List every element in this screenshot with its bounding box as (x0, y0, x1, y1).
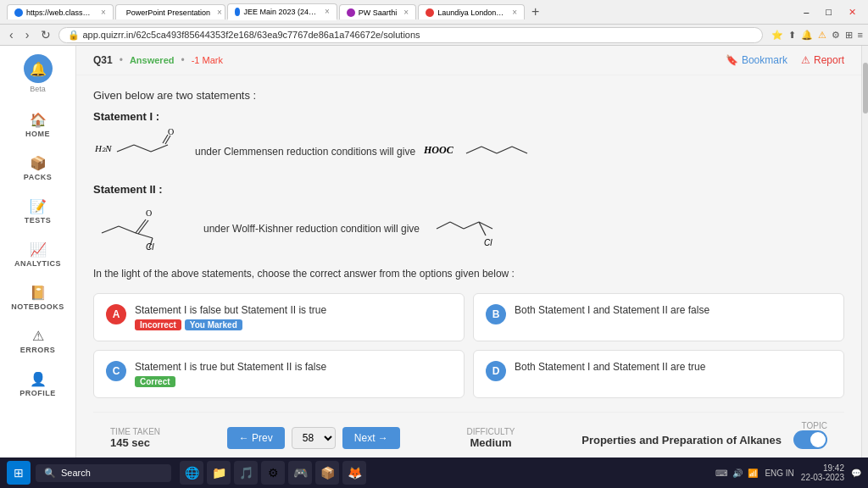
option-c[interactable]: C Statement I is true but Statement II i… (93, 350, 465, 398)
option-b-content: Both Statement I and Statement II are fa… (515, 304, 709, 316)
sidebar-item-tests[interactable]: 📝 TESTS (0, 191, 75, 231)
taskbar-icon-6[interactable]: 📦 (315, 461, 339, 485)
sidebar-label-tests: TESTS (25, 216, 52, 225)
new-tab-button[interactable]: + (526, 4, 544, 19)
notification-icon[interactable]: 💬 (851, 469, 861, 478)
sys-icons: ⌨ 🔊 📶 (715, 469, 758, 478)
taskbar-search[interactable]: 🔍 Search (36, 464, 171, 482)
report-button[interactable]: ⚠ Report (801, 54, 844, 66)
option-c-badge: C (106, 361, 126, 381)
browser-tab-4[interactable]: PW Saarthi × (339, 4, 416, 19)
time-label: TIME TAKEN (110, 427, 160, 436)
taskbar-lang: ENG IN (765, 469, 793, 478)
answered-status: Answered (130, 55, 175, 65)
option-a[interactable]: A Statement I is false but Statement II … (93, 293, 465, 341)
sidebar-label-errors: ERRORS (20, 346, 56, 354)
svg-text:Cl: Cl (484, 238, 492, 247)
taskbar-icon-5[interactable]: 🎮 (288, 461, 312, 485)
option-c-text: Statement I is true but Statement II is … (135, 361, 326, 373)
taskbar-icon-1[interactable]: 🌐 (180, 461, 203, 485)
option-c-tag-correct: Correct (135, 376, 175, 387)
option-b-badge: B (486, 304, 506, 324)
taskbar-time: 19:42 22-03-2023 (801, 463, 844, 482)
report-icon: ⚠ (801, 54, 810, 66)
option-a-badge: A (106, 304, 126, 324)
taskbar-icon-7[interactable]: 🦊 (342, 461, 366, 485)
question-number: Q31 (93, 54, 113, 66)
svg-text:O: O (146, 208, 152, 218)
svg-line-22 (464, 222, 479, 229)
tests-icon: 📝 (30, 198, 47, 214)
sidebar-item-notebooks[interactable]: 📔 NOTEBOOKS (0, 278, 75, 318)
bookmark-button[interactable]: 🔖 Bookmark (726, 54, 787, 66)
browser-actions: ⭐ ⬆ 🔔 ⚠ ⚙ ⊞ ≡ (771, 30, 863, 41)
taskbar: ⊞ 🔍 Search 🌐 📁 🎵 ⚙ 🎮 📦 🦊 ⌨ 🔊 📶 ENG IN 19… (0, 458, 868, 488)
volume-icon[interactable]: 🔊 (732, 469, 743, 478)
svg-line-11 (512, 147, 527, 153)
scrollbar-thumb[interactable] (863, 63, 868, 114)
taskbar-icon-4[interactable]: ⚙ (261, 461, 285, 485)
taskbar-right: ⌨ 🔊 📶 ENG IN 19:42 22-03-2023 💬 (715, 463, 861, 482)
statement1-structure-left: H₂N O (93, 128, 186, 175)
difficulty-label: DIFFICULTY (467, 427, 515, 436)
address-bar[interactable]: 🔒 app.quizrr.in/62c5ca493f85644353f2e168… (58, 27, 762, 43)
topic-info: TOPIC Properties and Preparation of Alka… (581, 421, 827, 449)
statement2-product: Cl (428, 205, 504, 252)
option-a-text: Statement I is false but Statement II is… (135, 304, 326, 316)
browser-tab-1[interactable]: https://web.classplusapp... × (7, 4, 114, 19)
taskbar-search-label: Search (61, 468, 91, 478)
start-button[interactable]: ⊞ (7, 461, 31, 485)
options-grid: A Statement I is false but Statement II … (93, 293, 844, 398)
option-a-tag-you-marked: You Marked (185, 319, 242, 330)
option-d-content: Both Statement I and Statement II are tr… (515, 361, 705, 373)
statement2-structure-left: O Cl (93, 201, 195, 256)
statement1-product: HOOC (424, 135, 534, 169)
browser-tab-5[interactable]: Laundiya London Se Layenge... × (418, 4, 525, 19)
header-actions: 🔖 Bookmark ⚠ Report (726, 54, 844, 66)
browser-tab-2[interactable]: PowerPoint Presentation × (115, 4, 225, 19)
question-meta: Q31 • Answered • -1 Mark (93, 54, 223, 66)
sidebar-item-profile[interactable]: 👤 PROFILE (0, 364, 75, 404)
content-with-scroll: Q31 • Answered • -1 Mark 🔖 Bookmark ⚠ Re… (76, 46, 868, 458)
svg-line-13 (119, 226, 136, 233)
topic-toggle[interactable] (793, 430, 827, 449)
difficulty-value: Medium (467, 436, 515, 449)
keyboard-icon: ⌨ (715, 469, 727, 478)
taskbar-icons: 🌐 📁 🎵 ⚙ 🎮 📦 🦊 (180, 461, 366, 485)
next-button[interactable]: Next → (342, 427, 400, 449)
option-d[interactable]: D Both Statement I and Statement II are … (473, 350, 844, 398)
svg-line-2 (134, 145, 151, 152)
sidebar-item-home[interactable]: 🏠 HOME (0, 105, 75, 145)
sidebar-item-packs[interactable]: 📦 PACKS (0, 148, 75, 188)
sidebar-item-errors[interactable]: ⚠ ERRORS (0, 321, 75, 361)
mark-badge: -1 Mark (192, 55, 223, 65)
sidebar-item-analytics[interactable]: 📈 ANALYTICS (0, 235, 75, 274)
forward-button[interactable]: › (21, 26, 34, 43)
svg-line-20 (437, 222, 450, 229)
statement2-text: under Wolff-Kishner reduction condition … (203, 223, 420, 235)
svg-line-1 (117, 145, 134, 152)
option-b-text: Both Statement I and Statement II are fa… (515, 304, 709, 316)
reload-button[interactable]: ↻ (36, 26, 55, 43)
svg-text:H₂N: H₂N (94, 143, 112, 153)
topic-label: TOPIC (581, 421, 827, 430)
profile-icon: 👤 (30, 371, 47, 387)
browser-tab-3[interactable]: JEE Main 2023 (24 Jan Shift 2)... × (227, 3, 337, 20)
option-a-tag-incorrect: Incorrect (135, 319, 181, 330)
taskbar-icon-3[interactable]: 🎵 (234, 461, 258, 485)
page-select[interactable]: 58 (292, 427, 336, 449)
scrollbar[interactable] (861, 46, 868, 458)
option-b[interactable]: B Both Statement I and Statement II are … (473, 293, 844, 341)
sidebar-logo: 🔔 Beta (24, 54, 53, 93)
svg-line-21 (450, 222, 464, 229)
logo-subtext: Beta (30, 85, 46, 93)
taskbar-icon-2[interactable]: 📁 (207, 461, 231, 485)
option-c-tags: Correct (135, 376, 326, 387)
wifi-icon: 📶 (748, 469, 758, 478)
prev-button[interactable]: ← Prev (227, 427, 285, 449)
sidebar-label-profile: PROFILE (19, 389, 56, 397)
back-button[interactable]: ‹ (5, 26, 18, 43)
svg-line-9 (481, 147, 497, 153)
notebooks-icon: 📔 (30, 285, 47, 301)
browser-nav-bar: ‹ › ↻ 🔒 app.quizrr.in/62c5ca493f85644353… (0, 25, 868, 46)
